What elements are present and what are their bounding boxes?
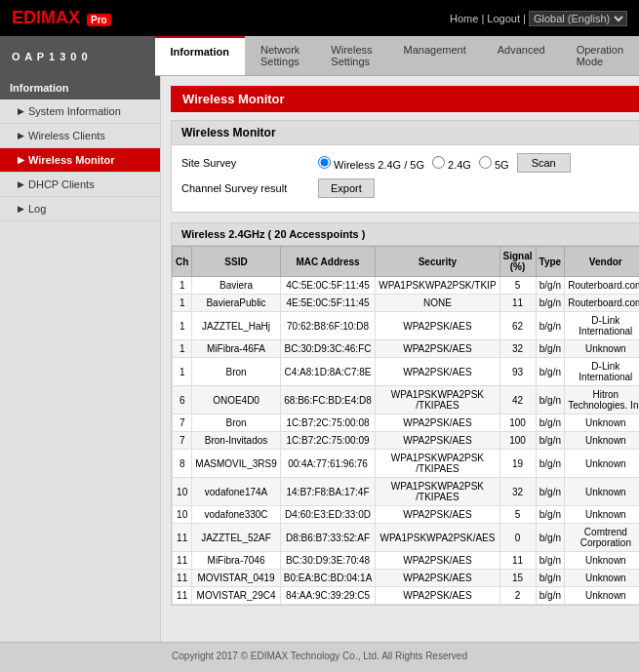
table-row: 1BavieraPublic4E:5E:0C:5F:11:45NONE11b/g… (173, 295, 640, 312)
table-header-row: Ch SSID MAC Address Security Signal (%) … (173, 247, 640, 277)
panel-header: Wireless Monitor (172, 121, 639, 145)
table-cell: 32 (499, 478, 536, 506)
page-title: Wireless Monitor (171, 86, 639, 112)
radio-2.4g-text: 2.4G (448, 159, 471, 171)
radio-5g-label: 5G (479, 156, 509, 171)
nav-item-operation-mode[interactable]: Operation Mode (561, 36, 639, 75)
table-cell: 1 (173, 277, 192, 295)
channel-survey-row: Channel Survey result Export (181, 178, 637, 198)
table-cell: b/g/n (536, 415, 565, 432)
table-cell: b/g/n (536, 312, 565, 340)
table-cell: Unknown (565, 570, 639, 587)
table-cell: 100 (499, 415, 536, 432)
radio-group: Wireless 2.4G / 5G 2.4G 5G Scan (318, 153, 571, 173)
table-cell: WPA2PSK/AES (376, 415, 499, 432)
logout-link[interactable]: Logout (487, 13, 520, 24)
table-cell: BC:30:D9:3C:46:FC (280, 340, 376, 358)
table-cell: 11 (499, 295, 536, 312)
table-cell: 15 (499, 570, 536, 587)
logo-text: EDIMAX (12, 8, 80, 27)
main-layout: Information ▶ System Information ▶ Wirel… (0, 76, 639, 642)
radio-both-text: Wireless 2.4G / 5G (334, 159, 424, 171)
table-cell: WPA1PSKWPA2PSK/TKIP (376, 277, 499, 295)
arrow-icon: ▶ (18, 106, 24, 116)
table-cell: 0 (499, 524, 536, 552)
wireless-monitor-panel: Wireless Monitor Site Survey Wireless 2.… (171, 120, 639, 213)
table-cell: Routerboard.com (565, 295, 639, 312)
arrow-icon: ▶ (18, 179, 24, 189)
col-ssid: SSID (192, 247, 280, 277)
table-cell: 1C:B7:2C:75:00:08 (280, 415, 376, 432)
table-cell: 32 (499, 340, 536, 358)
table-cell: 42 (499, 386, 536, 415)
table-cell: WPA2PSK/AES (376, 506, 499, 524)
table-scroll[interactable]: Ch SSID MAC Address Security Signal (%) … (172, 246, 639, 605)
table-cell: 11 (499, 552, 536, 570)
table-cell: 1 (173, 295, 192, 312)
radio-5g[interactable] (479, 156, 492, 169)
table-cell: 19 (499, 450, 536, 478)
nav-item-advanced[interactable]: Advanced (482, 36, 561, 75)
sidebar-item-system-information[interactable]: ▶ System Information (0, 99, 160, 124)
table-cell: b/g/n (536, 358, 565, 386)
table-row: 11JAZZTEL_52AFD8:B6:B7:33:52:AFWPA1PSKWP… (173, 524, 640, 552)
table-cell: 1 (173, 312, 192, 340)
table-cell: Comtrend Corporation (565, 524, 639, 552)
table-cell: Bron (192, 358, 280, 386)
table-cell: 7 (173, 415, 192, 432)
wireless-section-header: Wireless 2.4GHz ( 20 Accesspoints ) (172, 223, 639, 246)
scan-button[interactable]: Scan (517, 153, 571, 173)
sidebar-item-wireless-monitor[interactable]: ▶ Wireless Monitor (0, 148, 160, 173)
table-cell: WPA2PSK/AES (376, 570, 499, 587)
table-cell: BavieraPublic (192, 295, 280, 312)
nav-item-information[interactable]: Information (155, 36, 246, 75)
arrow-icon: ▶ (18, 131, 24, 140)
table-row: 7Bron-Invitados1C:B7:2C:75:00:09WPA2PSK/… (173, 432, 640, 450)
table-cell: 1 (173, 340, 192, 358)
table-cell: Unknown (565, 450, 639, 478)
table-cell: MiFibra-46FA (192, 340, 280, 358)
table-cell: WPA1PSKWPA2PSK /TKIPAES (376, 386, 499, 415)
table-cell: Routerboard.com (565, 277, 639, 295)
sidebar-item-wireless-clients[interactable]: ▶ Wireless Clients (0, 124, 160, 148)
table-cell: b/g/n (536, 570, 565, 587)
table-cell: WPA2PSK/AES (376, 552, 499, 570)
table-cell: MiFibra-7046 (192, 552, 280, 570)
table-cell: 62 (499, 312, 536, 340)
sidebar-item-dhcp-clients[interactable]: ▶ DHCP Clients (0, 173, 160, 197)
table-row: 11MOVISTAR_29C484:AA:9C:39:29:C5WPA2PSK/… (173, 587, 640, 605)
table-cell: Unknown (565, 432, 639, 450)
table-cell: 2 (499, 587, 536, 605)
table-cell: MOVISTAR_29C4 (192, 587, 280, 605)
table-cell: MASMOVIL_3RS9 (192, 450, 280, 478)
wireless-section: Wireless 2.4GHz ( 20 Accesspoints ) Ch S… (171, 222, 639, 606)
sidebar-label-system-information: System Information (28, 105, 121, 117)
table-row: 1JAZZTEL_HaHj70:62:B8:6F:10:D8WPA2PSK/AE… (173, 312, 640, 340)
table-cell: 1C:B7:2C:75:00:09 (280, 432, 376, 450)
table-cell: b/g/n (536, 552, 565, 570)
table-row: 1Baviera4C:5E:0C:5F:11:45WPA1PSKWPA2PSK/… (173, 277, 640, 295)
sidebar-item-log[interactable]: ▶ Log (0, 197, 160, 221)
table-cell: 10 (173, 506, 192, 524)
table-cell: b/g/n (536, 478, 565, 506)
table-cell: Unknown (565, 587, 639, 605)
table-cell: 84:AA:9C:39:29:C5 (280, 587, 376, 605)
table-cell: 4E:5E:0C:5F:11:45 (280, 295, 376, 312)
home-link[interactable]: Home (450, 13, 478, 24)
col-ch: Ch (173, 247, 192, 277)
sidebar-label-wireless-monitor: Wireless Monitor (28, 154, 115, 166)
nav-item-network-settings[interactable]: Network Settings (245, 36, 315, 75)
table-cell: WPA1PSKWPA2PSK /TKIPAES (376, 478, 499, 506)
radio-both[interactable] (318, 156, 331, 169)
radio-2.4g[interactable] (432, 156, 445, 169)
device-name: O A P 1 3 0 0 (12, 51, 89, 62)
nav-item-management[interactable]: Management (388, 36, 482, 75)
export-button[interactable]: Export (318, 178, 375, 198)
table-row: 10vodafone174A14:B7:F8:BA:17:4FWPA1PSKWP… (173, 478, 640, 506)
table-cell: JAZZTEL_HaHj (192, 312, 280, 340)
table-cell: Baviera (192, 277, 280, 295)
table-cell: Unknown (565, 552, 639, 570)
language-select[interactable]: Global (English) (529, 11, 627, 26)
nav-item-wireless-settings[interactable]: Wireless Settings (315, 36, 387, 75)
table-cell: ONOE4D0 (192, 386, 280, 415)
